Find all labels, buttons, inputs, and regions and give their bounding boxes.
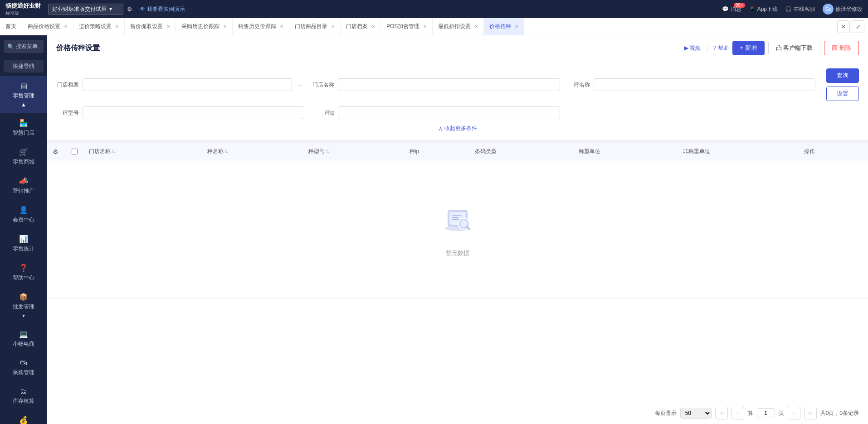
sidebar-item-fund-manage[interactable]: 💰 资金管理 [0,410,47,424]
tab-min-discount[interactable]: 最低折扣设置 ✕ [433,18,484,35]
sidebar-item-retail-stats[interactable]: 📊 零售统计 [0,229,47,258]
sidebar-item-purchase-manage[interactable]: 🛍 采购管理 [0,353,47,382]
marketing-icon: 📣 [19,177,28,185]
empty-illustration [53,201,863,244]
message-icon: 💬 [722,6,729,12]
close-icon[interactable]: ✕ [371,24,375,29]
sidebar-item-inventory[interactable]: 🗂 库存核算 [0,382,47,410]
store-profile-input[interactable] [83,78,292,91]
th-checkbox [65,143,83,160]
sidebar-item-marketing[interactable]: 📣 营销推广 [0,171,47,200]
empty-state: 暂无数据 [53,165,863,294]
sidebar-item-smart-store[interactable]: 🏪 智慧门店 [0,113,47,142]
collapse-button[interactable]: ∧ 收起更多条件 [439,125,477,132]
th-store-name[interactable]: 门店名称 ⇅ [83,143,202,160]
chevron-down-icon: ▾ [109,6,112,12]
close-icon[interactable]: ✕ [64,24,68,29]
tab-purchase-history[interactable]: 采购历史价跟踪 ✕ [176,18,233,35]
close-icon[interactable]: ✕ [115,24,119,29]
query-button[interactable]: 查询 [826,68,859,83]
sidebar-item-xiaochangec[interactable]: 💻 小畅电商 [0,324,47,353]
tab-bar-end: ✕ ⤢ [834,20,868,33]
search-menu-button[interactable]: 🔍 搜索菜单 [4,40,44,53]
messages-button[interactable]: 💬 消息 99+ [722,5,741,13]
scale-name-label: 秤名称 [567,81,590,89]
close-tab-button[interactable]: ✕ [837,20,850,33]
page-header: 价格传秤设置 ▶ 视频 | ? 帮助 + 新增 凸 客户端下载 面 [47,35,868,61]
tab-sales-history[interactable]: 销售历史价跟踪 ✕ [233,18,289,35]
page-title: 价格传秤设置 [56,43,100,53]
sidebar-item-help-center[interactable]: ❓ 帮助中心 [0,258,47,287]
tab-bar: 首页 商品价格设置 ✕ 进价策略设置 ✕ 售价提取设置 ✕ 采购历史价跟踪 ✕ … [0,18,868,35]
per-page-select[interactable]: 50 10 20 100 [680,408,712,419]
tab-price-transfer[interactable]: 价格传秤 ✕ [484,18,524,35]
top-bar-right: 💬 消息 99+ 📱 App下载 🎧 在线客服 Ea 徐泽华修改 [722,4,863,14]
quick-nav-area[interactable]: 快捷导航 [0,57,47,76]
close-icon[interactable]: ✕ [166,24,170,29]
close-icon[interactable]: ✕ [280,24,283,29]
online-service-button[interactable]: 🎧 在线客服 [785,5,815,13]
help-link[interactable]: ? 帮助 [713,44,729,52]
svg-rect-7 [452,217,458,218]
sidebar-item-retail-shop[interactable]: 🛒 零售商城 [0,142,47,171]
empty-text: 暂无数据 [53,249,863,257]
th-barcode-type: 条码类型 [469,143,573,160]
app-download-button[interactable]: 📱 App下载 [749,5,778,13]
filter-scale-name: 秤名称 [567,78,815,91]
column-settings-button[interactable]: ⚙ [53,148,59,155]
tab-store-catalog[interactable]: 门店商品目录 ✕ [289,18,341,35]
add-button[interactable]: + 新增 [732,41,765,55]
th-scale-ip: 秤ip [404,143,469,160]
settings-icon[interactable]: ⚙ [127,6,132,13]
retail-shop-icon: 🛒 [19,148,28,156]
retail-stats-icon: 📊 [19,235,28,243]
next-page-button[interactable]: › [788,407,800,419]
delete-button[interactable]: 面 删除 [824,41,859,55]
sidebar-item-member-center[interactable]: 👤 会员中心 [0,200,47,229]
quick-nav-button[interactable]: 快捷导航 [4,60,44,72]
tab-sell-price[interactable]: 售价提取设置 ✕ [125,18,176,35]
sort-icon: ⇅ [326,149,329,154]
tab-price-setting[interactable]: 商品价格设置 ✕ [22,18,73,35]
restore-tab-button[interactable]: ⤢ [852,20,864,33]
user-menu[interactable]: Ea 徐泽华修改 [823,4,863,14]
close-icon[interactable]: ✕ [331,24,335,29]
tab-pos-manage[interactable]: POS加密管理 ✕ [381,18,433,35]
close-icon[interactable]: ✕ [474,24,478,29]
page-number-input[interactable] [757,408,775,418]
scale-name-input[interactable] [594,78,815,91]
select-all-checkbox[interactable] [72,149,78,154]
plan-selector[interactable]: 好业财标准版交付试用 ▾ [48,4,123,15]
total-info: 共0页，0条记录 [820,410,859,417]
last-page-button[interactable]: ⊳ [804,407,817,419]
filter-store-profile: 门店档案 ··· [56,78,304,91]
video-link[interactable]: ▶ 视频 [684,44,701,52]
store-profile-label: 门店档案 [56,81,79,89]
scale-ip-input[interactable] [338,106,560,119]
th-scale-model[interactable]: 秤型号 ⇅ [303,143,404,160]
tab-home[interactable]: 首页 [0,18,22,35]
divider: | [706,45,707,52]
first-page-button[interactable]: ⊲ [715,407,728,419]
th-scale-name[interactable]: 秤名称 ⇅ [202,143,303,160]
close-icon[interactable]: ✕ [223,24,227,29]
sidebar-item-retail-manage[interactable]: ▤ 零售管理 ▲ [0,76,47,113]
tab-purchase-strategy[interactable]: 进价策略设置 ✕ [73,18,125,35]
demo-link[interactable]: 👁 我要看实例演示 [140,5,185,13]
download-button[interactable]: 凸 客户端下载 [768,41,821,55]
close-icon[interactable]: ✕ [423,24,427,29]
ellipsis-icon[interactable]: ··· [296,81,305,88]
prev-page-button[interactable]: ‹ [731,407,744,419]
store-name-input[interactable] [338,78,560,91]
member-center-icon: 👤 [19,206,28,214]
tab-store-profile[interactable]: 门店档案 ✕ [341,18,381,35]
sidebar-item-wholesale-manage[interactable]: 📦 批发管理 ▾ [0,287,47,324]
query-buttons: 查询 设置 [826,68,859,101]
scale-model-input[interactable] [83,106,304,119]
close-icon[interactable]: ✕ [515,24,518,29]
scale-model-label: 秤型号 [56,109,79,117]
arrow-down-icon: ▾ [22,313,25,319]
setting-button[interactable]: 设置 [826,87,859,101]
phone-icon: 📱 [749,6,756,12]
sidebar-search[interactable]: 🔍 搜索菜单 [0,35,47,57]
